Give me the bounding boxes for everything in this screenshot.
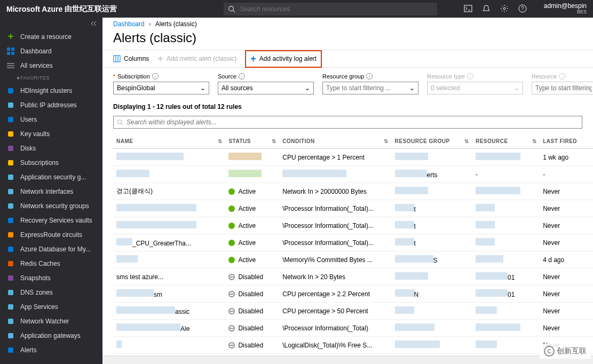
sidebar-item-label: Network Watcher <box>20 318 69 325</box>
sidebar-item[interactable]: Subscriptions <box>0 155 102 170</box>
columns-label: Columns <box>124 55 149 62</box>
sidebar-item[interactable]: Users <box>0 112 102 126</box>
sidebar-item[interactable]: App Services <box>0 299 102 314</box>
shell-icon[interactable] <box>464 4 472 13</box>
cell-name <box>113 200 225 217</box>
sidebar-item[interactable]: HDInsight clusters <box>0 83 102 98</box>
add-metric-label: Add metric alert (classic) <box>167 55 236 62</box>
global-search[interactable] <box>224 3 437 15</box>
sidebar-item[interactable]: Redis Caches <box>0 256 102 271</box>
cell-last-fired: - <box>540 166 593 183</box>
col-name[interactable]: NAME⇅ <box>113 134 225 149</box>
subscription-select[interactable]: BespinGlobal⌄ <box>113 82 209 94</box>
svg-rect-28 <box>8 319 13 324</box>
search-alerts-input[interactable] <box>126 118 579 126</box>
table-row[interactable]: Ale Disabled \Processor Information(_Tot… <box>113 320 593 337</box>
svg-rect-30 <box>8 347 13 353</box>
user-block[interactable]: admin@bespin BES <box>544 3 587 15</box>
sidebar-item[interactable]: Snapshots <box>0 271 102 285</box>
sidebar-item[interactable]: ExpressRoute circuits <box>0 227 102 242</box>
sidebar-item[interactable]: Network security groups <box>0 199 102 213</box>
sidebar-item[interactable]: Application gateways <box>0 328 102 343</box>
svg-rect-25 <box>8 275 13 281</box>
alerts-table-container[interactable]: NAME⇅ STATUS⇅ CONDITION⇅ RESOURCE GROUP⇅… <box>113 134 593 355</box>
table-row[interactable]: Active \Processor Information(_Total)...… <box>113 200 593 217</box>
filter-resource: Resourcei <box>532 73 593 94</box>
user-sub: BES <box>544 10 587 15</box>
horizontal-scrollbar[interactable] <box>102 355 593 364</box>
search-icon <box>228 5 235 13</box>
table-row[interactable]: Active \Processor Information(_Total)...… <box>113 217 593 234</box>
sidebar-item[interactable]: Azure Database for My... <box>0 242 102 256</box>
info-icon[interactable]: i <box>152 73 159 80</box>
sidebar-item[interactable]: Network Watcher <box>0 314 102 328</box>
cell-status: Active <box>225 200 279 217</box>
add-activity-button[interactable]: + Add activity log alert <box>245 50 322 68</box>
cell-resource <box>472 320 540 337</box>
sidebar-item[interactable]: DNS zones <box>0 285 102 299</box>
sidebar-item[interactable]: Recovery Services vaults <box>0 213 102 227</box>
sidebar-item[interactable]: Public IP addresses <box>0 98 102 112</box>
col-condition[interactable]: CONDITION⇅ <box>279 134 391 149</box>
info-icon[interactable]: i <box>366 73 373 80</box>
search-icon <box>117 119 123 125</box>
col-status[interactable]: STATUS⇅ <box>225 134 279 149</box>
global-search-input[interactable] <box>240 5 433 13</box>
table-row[interactable]: erts - - <box>113 166 593 183</box>
service-icon <box>6 86 15 95</box>
table-row[interactable]: assic Disabled CPU percentage > 50 Perce… <box>113 303 593 320</box>
resource-group-select[interactable]: ⌄ <box>322 82 418 94</box>
cell-name: Ale <box>113 320 225 337</box>
table-row[interactable]: Active \Memory\% Committed Bytes ... S 4… <box>113 251 593 268</box>
cell-resource-group <box>392 268 472 286</box>
notifications-icon[interactable] <box>482 4 491 13</box>
sidebar-create-resource[interactable]: + Create a resource <box>0 29 102 44</box>
table-row[interactable]: sm Disabled CPU percentage > 2.2 Percent… <box>113 286 593 303</box>
col-resource-group[interactable]: RESOURCE GROUP⇅ <box>392 134 472 149</box>
cell-last-fired: Never <box>540 286 593 303</box>
sidebar-item-label: All services <box>20 62 53 69</box>
sidebar-item-label: Disks <box>20 145 36 152</box>
sidebar-item[interactable]: Alerts <box>0 343 102 357</box>
sidebar-all-services[interactable]: All services <box>0 58 102 73</box>
sidebar-item[interactable]: Application security g... <box>0 170 102 184</box>
sidebar-item[interactable]: Network interfaces <box>0 184 102 199</box>
svg-rect-7 <box>7 52 10 55</box>
sidebar-collapse[interactable] <box>0 18 102 29</box>
source-select[interactable]: All sources⌄ <box>218 82 314 94</box>
search-alerts[interactable] <box>113 116 582 129</box>
table-row[interactable]: _CPU_GreaterTha... Active \Processor Inf… <box>113 234 593 251</box>
add-activity-label: Add activity log alert <box>259 55 317 62</box>
help-icon[interactable] <box>518 4 527 13</box>
sidebar-dashboard[interactable]: Dashboard <box>0 44 102 58</box>
cell-status: Disabled <box>225 268 279 286</box>
status-disabled-icon <box>228 274 235 280</box>
svg-rect-5 <box>7 48 10 51</box>
sidebar-item[interactable]: Key vaults <box>0 126 102 141</box>
cell-status <box>225 166 279 183</box>
table-row[interactable]: CPU percentage > 1 Percent 1 wk ago <box>113 149 593 166</box>
cell-last-fired: Never <box>540 268 593 286</box>
toolbar: Columns + Add metric alert (classic) + A… <box>102 50 593 68</box>
brand-cn-text: 由世纪互联运营 <box>65 4 117 14</box>
table-row[interactable]: 경고(클래식) Active Network In > 20000000 Byt… <box>113 183 593 200</box>
col-resource[interactable]: RESOURCE⇅ <box>472 134 540 149</box>
service-icon <box>6 187 15 196</box>
info-icon[interactable]: i <box>239 73 245 80</box>
filter-resource-type: Resource typei 0 selected⌄ <box>427 73 523 94</box>
breadcrumb-dashboard[interactable]: Dashboard <box>113 20 145 28</box>
col-last-fired[interactable]: LAST FIRED <box>540 134 593 149</box>
cell-status: Active <box>225 251 279 268</box>
settings-icon[interactable] <box>500 4 509 13</box>
display-count: Displaying 1 - 12 rules out of total 12 … <box>102 100 593 114</box>
cell-last-fired: Never <box>540 183 593 200</box>
cell-name <box>113 251 225 268</box>
service-icon <box>6 346 15 354</box>
table-row[interactable]: sms test azure... Disabled Network In > … <box>113 268 593 286</box>
sidebar-item[interactable]: Disks <box>0 141 102 155</box>
table-row[interactable]: Disabled \LogicalDisk(_Total)\% Free S..… <box>113 337 593 354</box>
sort-icon: ⇅ <box>464 138 469 144</box>
header-icons: admin@bespin BES <box>464 3 587 15</box>
columns-button[interactable]: Columns <box>113 55 149 62</box>
status-disabled-icon <box>228 291 235 297</box>
